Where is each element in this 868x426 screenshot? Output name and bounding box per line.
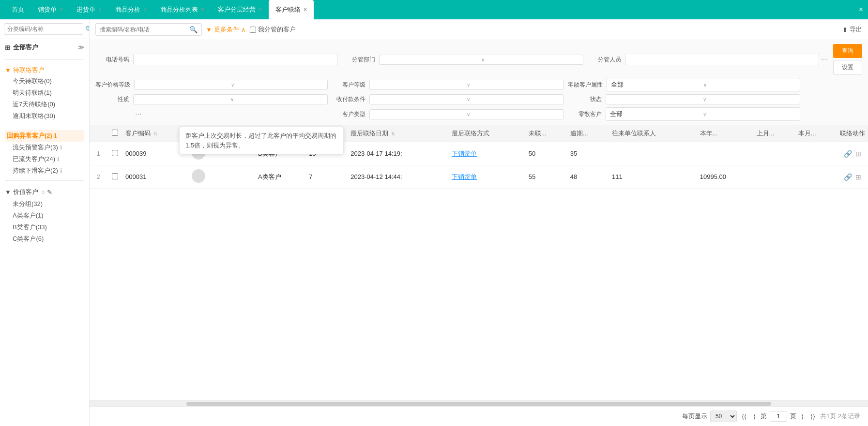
sidebar-item-tomorrow[interactable]: 明天待联络(1) [5,87,84,99]
filter-nature-select[interactable]: ∨ [133,94,328,104]
filter-scatter-attr-label: 零散客户属性 [568,81,603,89]
next-page-btn[interactable]: ⟩ [799,412,806,421]
first-page-btn[interactable]: ⟨⟨ [740,412,748,421]
my-customer-checkbox[interactable] [250,27,256,33]
cell-lastmethod-0[interactable]: 下销货单 [449,142,526,165]
table-wrap: 客户编码 ⇅ 客户名称 ⇅ 客户... 联络... [90,125,868,400]
action-link-icon-1[interactable]: 🔗 [844,173,852,181]
grid-icon: ⊞ [5,44,10,51]
per-page-select[interactable]: 50 100 200 [710,411,737,422]
sidebar-item-a-class[interactable]: A类客户(1) [5,210,84,221]
sidebar-item-7days[interactable]: 近7天待联络(0) [5,99,84,110]
action-grid-icon-0[interactable]: ⊞ [855,150,861,158]
sort-date-icon: ⇅ [391,131,395,136]
close-tab-product-analysis-list[interactable]: × [201,6,204,13]
filter-dots-btn[interactable]: ··· [133,110,143,118]
tab-product-analysis-list[interactable]: 商品分析列表 × [153,0,211,19]
cell-name-1 [189,165,255,189]
filter-scatter-customer-select[interactable]: 全部 ∨ [606,107,800,121]
cell-type-1: A类客户 [255,165,306,189]
sidebar-item-today[interactable]: 今天待联络(0) [5,75,84,87]
manager-more-icon[interactable]: ··· [819,55,829,64]
sidebar-search-input[interactable] [4,23,83,35]
sidebar-item-c-class[interactable]: C类客户(6) [5,233,84,245]
sidebar-item-declining[interactable]: 持续下滑客户(2) ℹ [5,165,84,176]
sidebar-item-overdue[interactable]: 逾期未联络(30) [5,110,84,122]
tab-customer-tier[interactable]: 客户分层经营 × [211,0,269,19]
filter-status-select[interactable]: ∨ [606,94,800,104]
cell-unread-0: 50 [526,142,567,165]
action-grid-icon-1[interactable]: ⊞ [855,173,861,181]
tab-sales[interactable]: 销货单 × [31,0,70,19]
filter-more-btn[interactable]: ▼ 更多条件 ∧ [206,25,246,34]
filter-dept-select[interactable]: ∨ [379,55,583,65]
close-tab-product-analysis[interactable]: × [143,6,147,13]
cell-check-0[interactable] [107,142,122,165]
row-checkbox-1[interactable] [112,173,118,179]
content-area: 距客户上次交易时长，超过了此客户的平均交易周期的1.5倍，则视为异常。 🔍 ▼ … [90,19,868,426]
select-all-checkbox[interactable] [112,130,118,136]
filter-scatter-attr-select[interactable]: 全部 ∨ [607,78,800,91]
query-button[interactable]: 查询 [833,44,862,58]
last-method-link-0[interactable]: 下销货单 [452,150,477,157]
scatter-customer-arrow: ∨ [703,112,796,117]
close-tab-customer-contact[interactable]: × [304,6,307,13]
search-icon[interactable]: 🔍 [189,26,198,33]
value-settings-icon[interactable]: ✎ [47,189,52,196]
value-section-header[interactable]: ▼ 价值客户 ○ ✎ [5,186,84,198]
cell-check-1[interactable] [107,165,122,189]
tab-product-analysis[interactable]: 商品分析 × [108,0,153,19]
last-page-btn[interactable]: ⟩⟩ [808,412,817,421]
filter-customer-level-label: 客户等级 [332,81,365,89]
filter-price-level-select[interactable]: ∨ [134,80,328,90]
sidebar-search-wrap: 🔍 [0,19,89,39]
filter-customer-level-select[interactable]: ∨ [369,80,564,90]
sidebar-collapse-btn[interactable]: ≫ [78,44,84,51]
filter-payment-select[interactable]: ∨ [369,94,564,104]
row-checkbox-0[interactable] [112,150,118,156]
tab-purchase[interactable]: 进货单 × [70,0,108,19]
cell-lastmonth-0 [754,142,795,165]
close-tab-customer-tier[interactable]: × [259,6,262,13]
sidebar-item-b-class[interactable]: B类客户(33) [5,221,84,233]
filter-customer-type-select[interactable]: ∨ [369,109,564,119]
export-btn[interactable]: ⬆ 导出 [842,25,862,34]
status-arrow: ∨ [703,97,796,102]
horizontal-scrollbar[interactable] [90,400,868,406]
window-close-icon[interactable]: × [859,5,863,14]
my-customer-checkbox-label[interactable]: 我分管的客户 [250,25,296,34]
sidebar-all-customers[interactable]: ⊞ 全部客户 ≫ [5,43,84,52]
prev-page-btn[interactable]: ⟨ [751,412,758,421]
close-tab-sales[interactable]: × [60,6,63,13]
sidebar-item-lost[interactable]: 已流失客户(24) ℹ [5,153,84,165]
col-contacts-header: 往来单位联系人 [609,125,697,142]
filter-manager-input[interactable] [625,54,819,65]
search-input[interactable] [100,26,189,33]
pending-contact-group[interactable]: ▼ 待联络客户 [5,64,84,75]
filter-row-1: 电话号码 分管部门 ∨ 分管人员 ··· 查询 设置 [95,44,862,75]
filter-phone-input[interactable] [133,54,337,65]
filter-price-level: 客户价格等级 ∨ [95,80,328,90]
tab-home[interactable]: 首页 [5,0,31,19]
settings-button[interactable]: 设置 [833,60,862,75]
filter-row-4: ··· 客户类型 ∨ 零散客户 全部 ∨ [95,107,862,121]
scroll-track[interactable] [186,402,771,406]
cell-lastmethod-1[interactable]: 下销货单 [449,165,526,189]
tab-customer-contact[interactable]: 客户联络 × [269,0,314,19]
value-section: ▼ 价值客户 ○ ✎ 未分组(32) A类客户(1) B类客户(33) C类客户… [0,184,89,247]
sidebar-item-ungroup[interactable]: 未分组(32) [5,198,84,210]
page-total: 共1页 2条记录 [820,412,860,421]
cell-unread-1: 55 [526,165,567,189]
col-lastdate-header[interactable]: 最后联络日期 ⇅ [348,125,449,142]
action-link-icon-0[interactable]: 🔗 [844,150,852,158]
page-input[interactable] [770,411,787,422]
value-edit-icon[interactable]: ○ [41,189,45,196]
last-method-link-1[interactable]: 下销货单 [452,173,477,180]
filter-dept: 分管部门 ∨ [341,55,583,65]
sidebar-search-icon[interactable]: 🔍 [85,26,90,33]
close-tab-purchase[interactable]: × [98,6,102,13]
divider-3 [5,180,84,181]
sidebar-item-repurchase-abnormal[interactable]: 回购异常客户(2) ℹ [5,130,84,142]
sidebar-item-loss-warning[interactable]: 流失预警客户(3) ℹ [5,142,84,153]
sidebar-all-section: ⊞ 全部客户 ≫ [0,39,89,57]
